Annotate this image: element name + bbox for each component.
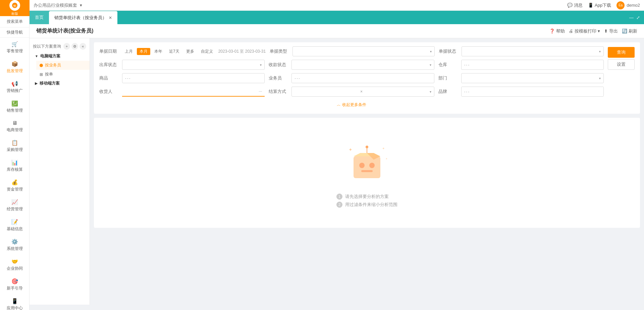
date-tab-more[interactable]: 更多: [183, 48, 197, 55]
refresh-label: 刷新: [629, 28, 637, 34]
sidebar-quick-nav[interactable]: 快捷导航: [0, 28, 29, 38]
user-info[interactable]: Ea demo2: [616, 1, 640, 9]
svg-point-3: [359, 163, 365, 168]
app-download-icon: 📱: [588, 3, 593, 8]
tree-item-by-order[interactable]: ⊞ 按单: [36, 70, 90, 79]
sidebar-item-marketing[interactable]: 📢 营销推广: [0, 77, 29, 97]
sidebar-item-ecommerce[interactable]: 🖥 电商管理: [0, 117, 29, 136]
sidebar-item-label: 基础信息: [7, 226, 23, 232]
settings-button[interactable]: 设置: [608, 59, 635, 70]
sidebar-item-basic[interactable]: 📝 基础信息: [0, 215, 29, 235]
department-select[interactable]: ▾: [461, 73, 604, 83]
salesperson-dot-icon: [40, 64, 43, 67]
app-download-btn[interactable]: 📱 App下载: [588, 2, 611, 8]
date-tab-this-year[interactable]: 本年: [152, 48, 165, 55]
date-tab-7days[interactable]: 近7天: [166, 48, 182, 55]
payment-method-label: 结算方式: [269, 89, 289, 95]
payment-method-select[interactable]: × ▾: [291, 87, 434, 97]
sidebar-item-newbie[interactable]: 🎯 新手引导: [0, 275, 29, 295]
date-tab-this-month[interactable]: 本月: [137, 48, 150, 55]
hint-2-text: 用过滤条件来缩小分析范围: [345, 202, 397, 208]
receiver-input[interactable]: ···: [122, 87, 265, 97]
chevron-down-icon: ▼: [35, 54, 38, 58]
sidebar-item-inventory[interactable]: 📊 库存核算: [0, 156, 29, 176]
operations-icon: 📈: [11, 199, 18, 205]
mobile-scheme-label: 移动端方案: [40, 81, 60, 86]
search-label: 搜索菜单: [0, 19, 29, 24]
print-dropdown-icon: ▾: [598, 29, 600, 34]
sidebar-item-purchase[interactable]: 📋 采购管理: [0, 136, 29, 156]
date-tab-last-month[interactable]: 上月: [122, 48, 136, 55]
grid-icon: ⊞: [40, 72, 43, 77]
quick-nav-label: 快捷导航: [0, 30, 29, 35]
sidebar-item-label: 销售管理: [7, 108, 23, 113]
help-icon: ❓: [549, 29, 555, 34]
tab-close-btn[interactable]: ✕: [109, 15, 112, 20]
panel-collapse-btn[interactable]: «: [79, 43, 86, 50]
doc-type-select[interactable]: ▾: [292, 46, 435, 56]
app-download-label: App下载: [595, 2, 611, 8]
sidebar-item-wholesale[interactable]: 📦 批发管理: [0, 57, 29, 77]
tab-minimize-icon[interactable]: —: [629, 15, 634, 20]
dropdown-icon[interactable]: ▾: [80, 3, 82, 8]
brand-label: 品牌: [438, 89, 459, 95]
sidebar-item-label: 营销推广: [7, 88, 23, 94]
sidebar-item-retail[interactable]: 🛒 零售管理: [0, 38, 29, 57]
industry-label: 办公用品行业模拟账套: [34, 2, 77, 8]
department-arrow: ▾: [599, 76, 601, 80]
by-order-label: 按单: [45, 71, 53, 77]
collapse-label: 收起更多条件: [342, 102, 366, 108]
sidebar-search[interactable]: 搜索菜单: [0, 16, 29, 28]
payment-status-select[interactable]: ▾: [291, 60, 434, 70]
out-status-arrow: ▾: [260, 63, 262, 67]
panel-header: 按以下方案查询 + ⚙ «: [30, 41, 90, 52]
left-panel: 按以下方案查询 + ⚙ « ▼ 电脑端方案 按业务员 ⊞ 按单: [30, 38, 90, 305]
print-label: 按模板打印: [575, 28, 596, 34]
out-status-select[interactable]: ▾: [122, 60, 265, 70]
payment-method-clear[interactable]: ×: [360, 89, 363, 94]
panel-add-btn[interactable]: +: [63, 43, 70, 50]
hint-1-text: 请先选择要分析的方案: [345, 194, 389, 200]
warehouse-select[interactable]: ···: [461, 60, 604, 70]
sidebar-item-label: 资金管理: [7, 187, 23, 192]
collapse-btn[interactable]: ︿ 收起更多条件: [335, 100, 368, 110]
salesperson-dots: ···: [294, 75, 301, 81]
tab-bar: 首页 销货单统计表（按业务员） ✕ — ⤢: [30, 11, 644, 24]
goods-select[interactable]: ···: [122, 73, 265, 83]
tab-sales-stat[interactable]: 销货单统计表（按业务员） ✕: [49, 11, 117, 24]
doc-type-arrow: ▾: [430, 50, 432, 53]
panel-settings-btn[interactable]: ⚙: [71, 43, 78, 50]
sidebar-item-operations[interactable]: 📈 经营管理: [0, 196, 29, 215]
sidebar-item-finance[interactable]: 💰 资金管理: [0, 176, 29, 196]
refresh-btn[interactable]: 🔄 刷新: [622, 28, 637, 34]
department-label: 部门: [438, 75, 459, 81]
svg-text:✦: ✦: [385, 157, 388, 160]
query-button[interactable]: 查询: [608, 47, 635, 58]
goods-label: 商品: [99, 75, 119, 81]
date-range: 2023-03-01 至 2023-03-31: [218, 49, 266, 54]
sidebar-item-sales[interactable]: 💹 销售管理: [0, 97, 29, 117]
sidebar-item-label: 系统管理: [7, 246, 23, 252]
message-btn[interactable]: 💬 消息: [567, 2, 583, 8]
print-btn[interactable]: 🖨 按模板打印 ▾: [569, 28, 600, 34]
date-tab-custom[interactable]: 自定义: [198, 48, 216, 55]
export-icon: ⬆: [604, 29, 608, 34]
empty-svg: ✦ ✦ ✦: [342, 138, 392, 182]
brand-select[interactable]: ···: [461, 87, 604, 97]
sidebar-item-enterprise[interactable]: 🤝 企业协同: [0, 255, 29, 275]
tab-home[interactable]: 首页: [30, 11, 49, 24]
tree-item-by-salesperson[interactable]: 按业务员: [36, 61, 90, 70]
app-logo[interactable]: 畅 标版: [0, 0, 30, 16]
doc-status-select[interactable]: ▾: [462, 46, 604, 56]
tab-expand-icon[interactable]: ⤢: [636, 15, 640, 20]
tab-bar-actions: — ⤢: [629, 15, 644, 20]
tree-mobile-scheme[interactable]: ▶ 移动端方案: [30, 79, 90, 88]
tree-desktop-scheme[interactable]: ▼ 电脑端方案: [30, 52, 90, 61]
sidebar-item-system[interactable]: ⚙️ 系统管理: [0, 235, 29, 255]
export-btn[interactable]: ⬆ 导出: [604, 28, 618, 34]
help-btn[interactable]: ❓ 帮助: [549, 28, 565, 34]
salesperson-select[interactable]: ···: [291, 73, 434, 83]
sidebar-item-appcenter[interactable]: 📱 应用中心: [0, 295, 29, 310]
sidebar-item-label: 企业协同: [7, 266, 23, 271]
page-header: 销货单统计表(按业务员) ❓ 帮助 🖨 按模板打印 ▾ ⬆ 导出 🔄 刷新: [30, 24, 644, 38]
